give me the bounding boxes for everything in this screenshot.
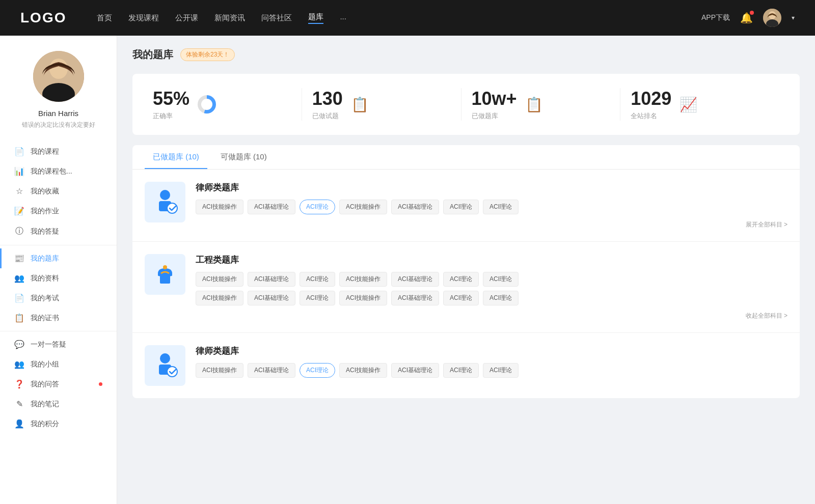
sidebar-label: 我的证书	[31, 314, 102, 323]
bank-container: 已做题库 (10) 可做题库 (10)	[132, 145, 800, 398]
tag[interactable]: ACI技能操作	[339, 200, 387, 214]
tag[interactable]: ACI基础理论	[391, 363, 439, 378]
sidebar-item-profile[interactable]: 👥 我的资料	[0, 268, 117, 288]
nav-item-open[interactable]: 公开课	[175, 13, 198, 23]
certificate-icon: 📋	[14, 313, 24, 323]
sidebar-item-tutor[interactable]: 💬 一对一答疑	[0, 334, 117, 354]
sidebar-item-favorites[interactable]: ☆ 我的收藏	[0, 181, 117, 201]
notification-bell[interactable]: 🔔	[740, 12, 753, 24]
svg-point-11	[160, 353, 170, 363]
bank-section-3-content: 律师类题库 ACI技能操作 ACI基础理论 ACI理论 ACI技能操作 ACI基…	[196, 345, 787, 382]
nav-item-discover[interactable]: 发现课程	[128, 13, 159, 23]
navbar-right: APP下载 🔔 ▾	[701, 9, 795, 27]
bank-section-1-content: 律师类题库 ACI技能操作 ACI基础理论 ACI理论 ACI技能操作 ACI基…	[196, 182, 787, 229]
my-qa-icon: ❓	[14, 379, 24, 389]
nav-item-bank[interactable]: 题库	[308, 12, 323, 24]
course-package-icon: 📊	[14, 166, 24, 176]
tag[interactable]: ACI理论	[300, 291, 335, 305]
sidebar-item-courses[interactable]: 📄 我的课程	[0, 142, 117, 161]
accuracy-label: 正确率	[153, 111, 189, 121]
sidebar-item-points[interactable]: 👤 我的积分	[0, 414, 117, 434]
tag[interactable]: ACI技能操作	[339, 291, 387, 305]
tag[interactable]: ACI理论	[483, 291, 519, 305]
collapse-link-2[interactable]: 收起全部科目 >	[196, 310, 787, 320]
accuracy-number: 55%	[153, 88, 189, 109]
user-menu-chevron[interactable]: ▾	[792, 14, 795, 21]
sidebar-item-exam[interactable]: 📄 我的考试	[0, 288, 117, 308]
tab-available[interactable]: 可做题库 (10)	[212, 145, 275, 169]
lawyer-svg	[150, 187, 180, 217]
qa-notification-dot	[99, 382, 102, 386]
tag[interactable]: ACI基础理论	[391, 291, 439, 305]
tag[interactable]: ACI理论	[443, 291, 479, 305]
tag[interactable]: ACI技能操作	[196, 363, 243, 378]
nav-item-more[interactable]: ···	[340, 14, 346, 22]
tag[interactable]: ACI理论	[300, 272, 335, 287]
bank-icon-engineer	[145, 254, 185, 295]
tag[interactable]: ACI理论	[483, 272, 519, 287]
tag[interactable]: ACI理论	[483, 200, 519, 214]
stat-rank-value: 1029 全站排名	[631, 88, 671, 121]
sidebar-label: 我的资料	[31, 274, 102, 283]
sidebar-label: 我的课程	[31, 147, 102, 156]
svg-point-4	[49, 59, 68, 79]
rank-icon: 📈	[680, 96, 697, 113]
svg-rect-9	[160, 275, 170, 284]
sidebar-item-homework[interactable]: 📝 我的作业	[0, 201, 117, 221]
user-motto: 错误的决定比没有决定要好	[22, 121, 95, 129]
tag-active[interactable]: ACI理论	[300, 200, 335, 214]
nav-item-home[interactable]: 首页	[97, 13, 112, 23]
tag[interactable]: ACI理论	[483, 363, 519, 378]
sidebar-label: 一对一答疑	[31, 340, 102, 349]
expand-link-1[interactable]: 展开全部科目 >	[196, 218, 787, 229]
sidebar-label: 我的收藏	[31, 187, 102, 196]
tag-active[interactable]: ACI理论	[300, 363, 335, 378]
profile-icon: 👥	[14, 273, 24, 283]
tag[interactable]: ACI理论	[443, 272, 479, 287]
bank-section-inner: 工程类题库 ACI技能操作 ACI基础理论 ACI理论 ACI技能操作 ACI基…	[145, 254, 787, 320]
navbar: LOGO 首页 发现课程 公开课 新闻资讯 问答社区 题库 ··· APP下载 …	[0, 0, 815, 36]
tag[interactable]: ACI技能操作	[196, 272, 243, 287]
sidebar-item-course-package[interactable]: 📊 我的课程包...	[0, 161, 117, 181]
tag[interactable]: ACI基础理论	[248, 272, 295, 287]
tag[interactable]: ACI基础理论	[248, 291, 295, 305]
nav-item-news[interactable]: 新闻资讯	[214, 13, 245, 23]
tag[interactable]: ACI理论	[443, 363, 479, 378]
tag[interactable]: ACI技能操作	[196, 291, 243, 305]
bank-sections: 律师类题库 ACI技能操作 ACI基础理论 ACI理论 ACI技能操作 ACI基…	[132, 170, 800, 398]
tag[interactable]: ACI基础理论	[391, 200, 439, 214]
sidebar-item-group[interactable]: 👥 我的小组	[0, 354, 117, 374]
sidebar: Brian Harris 错误的决定比没有决定要好 📄 我的课程 📊 我的课程包…	[0, 36, 117, 504]
tag-row-1-1: ACI技能操作 ACI基础理论 ACI理论 ACI技能操作 ACI基础理论 AC…	[196, 200, 787, 214]
bank-section-inner: 律师类题库 ACI技能操作 ACI基础理论 ACI理论 ACI技能操作 ACI基…	[145, 182, 787, 229]
sidebar-item-notes[interactable]: ✎ 我的笔记	[0, 394, 117, 414]
group-icon: 👥	[14, 359, 24, 369]
tag[interactable]: ACI技能操作	[339, 363, 387, 378]
page-header: 我的题库 体验剩余23天！	[132, 48, 800, 62]
main-content: 我的题库 体验剩余23天！ 55% 正确率 130	[117, 36, 815, 504]
nav-item-qa[interactable]: 问答社区	[261, 13, 292, 23]
tag[interactable]: ACI理论	[443, 200, 479, 214]
user-name: Brian Harris	[38, 109, 78, 118]
qa-icon: ⓘ	[14, 226, 24, 237]
nav-menu: 首页 发现课程 公开课 新闻资讯 问答社区 题库 ···	[97, 12, 701, 24]
bank-section-lawyer-1: 律师类题库 ACI技能操作 ACI基础理论 ACI理论 ACI技能操作 ACI基…	[132, 170, 800, 242]
sidebar-item-question-bank[interactable]: 📰 我的题库	[0, 248, 117, 268]
tag[interactable]: ACI基础理论	[391, 272, 439, 287]
svg-point-6	[160, 190, 170, 200]
avatar[interactable]	[763, 9, 781, 27]
sidebar-item-qa[interactable]: ⓘ 我的答疑	[0, 221, 117, 242]
sidebar-label: 我的答疑	[31, 227, 102, 236]
tag[interactable]: ACI技能操作	[196, 200, 243, 214]
sidebar-item-certificate[interactable]: 📋 我的证书	[0, 308, 117, 328]
app-download-button[interactable]: APP下载	[701, 13, 730, 22]
bank-name-1: 律师类题库	[196, 182, 787, 193]
tag[interactable]: ACI技能操作	[339, 272, 387, 287]
tag[interactable]: ACI基础理论	[248, 363, 295, 378]
tab-done[interactable]: 已做题库 (10)	[145, 145, 207, 169]
stats-card: 55% 正确率 130 已做试题 📋 1	[132, 74, 800, 135]
sidebar-label: 我的小组	[31, 360, 102, 369]
sidebar-item-my-qa[interactable]: ❓ 我的问答	[0, 374, 117, 394]
tag[interactable]: ACI基础理论	[248, 200, 295, 214]
avatar-image	[763, 9, 781, 27]
